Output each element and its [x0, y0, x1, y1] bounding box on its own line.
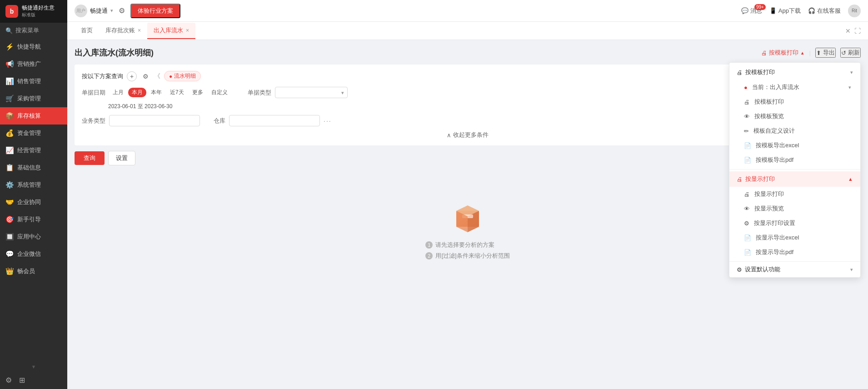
- sidebar-item-weixin[interactable]: 💬 企业微信: [0, 245, 67, 263]
- collapse-more-btn[interactable]: ∧ 收起更多条件: [447, 131, 489, 139]
- system-icon: ⚙️: [5, 181, 14, 189]
- display-print-icon: 🖨: [744, 191, 750, 198]
- collapse-up-icon: ∧: [447, 132, 451, 139]
- sidebar-logo: b 畅捷通好生意 标准版: [0, 0, 67, 23]
- printer-icon: 🖨: [761, 50, 767, 56]
- dropdown-template-print[interactable]: 🖨 按模板打印: [729, 95, 860, 109]
- refresh-btn[interactable]: ↺ 刷新: [840, 48, 861, 58]
- page-header: 出入库流水(流水明细) 🖨 按模板打印 ▲ | ⬆ 导出 ↺ 刷新: [75, 47, 861, 58]
- dropdown-display-preview[interactable]: 👁 按显示预览: [729, 201, 860, 216]
- dropdown-template-custom[interactable]: ✏ 模板自定义设计: [729, 124, 860, 138]
- sidebar-item-operations[interactable]: 📈 经营管理: [0, 142, 67, 159]
- empty-tips: 1 请先选择要分析的方案 2 用[过滤]条件来缩小分析范围: [425, 241, 509, 263]
- empty-tip-2: 2 用[过滤]条件来缩小分析范围: [425, 252, 509, 260]
- dropdown-display-settings[interactable]: ⚙ 按显示打印设置: [729, 216, 860, 230]
- basic-icon: 📋: [5, 164, 14, 172]
- sidebar-search[interactable]: 🔍 搜索菜单: [0, 23, 67, 38]
- sidebar-item-corp[interactable]: 🤝 企业协同: [0, 194, 67, 211]
- sidebar-item-marketing[interactable]: 📢 营销推广: [0, 55, 67, 73]
- filter-warehouse-field: 仓库 ···: [214, 115, 332, 126]
- date-tab-year[interactable]: 本年: [147, 88, 165, 97]
- sidebar-item-member[interactable]: 👑 畅会员: [0, 263, 67, 280]
- date-tab-prev-month[interactable]: 上月: [109, 88, 127, 97]
- refresh-icon: ↺: [841, 50, 846, 56]
- sidebar-item-system[interactable]: ⚙️ 系统管理: [0, 176, 67, 194]
- user-avatar: Rit: [848, 5, 861, 17]
- date-tab-7days[interactable]: 近7天: [166, 88, 188, 97]
- sidebar-item-sales[interactable]: 📊 销售管理: [0, 73, 67, 90]
- tab-inventory-flow[interactable]: 出入库流水 ×: [147, 23, 195, 39]
- dropdown-template-preview[interactable]: 👁 按模板预览: [729, 109, 860, 124]
- tab-home[interactable]: 首页: [75, 23, 99, 39]
- weixin-icon: 💬: [5, 250, 14, 258]
- date-tab-custom[interactable]: 自定义: [208, 88, 231, 97]
- sidebar-item-apps[interactable]: 🔲 应用中心: [0, 228, 67, 245]
- guide-icon: 🎯: [5, 215, 14, 224]
- filter-order-type-field: 单据类型 ▾: [248, 87, 345, 98]
- topbar-gear-icon[interactable]: ⚙: [119, 6, 125, 15]
- filter-badge[interactable]: ● 流水明细: [164, 71, 201, 81]
- sidebar-item-guide[interactable]: 🎯 新手引导: [0, 211, 67, 228]
- filter-section-label: 按以下方案查询: [82, 72, 123, 80]
- business-type-select[interactable]: [109, 115, 200, 126]
- window-controls: ✕ ⛶: [845, 27, 861, 35]
- dropdown-template-pdf[interactable]: 📄 按模板导出pdf: [729, 153, 860, 167]
- excel-icon: 📄: [744, 142, 751, 149]
- warehouse-input[interactable]: [229, 115, 320, 126]
- template-print-chevron: ▲: [800, 50, 805, 55]
- topbar: 用户 畅捷通 ▾ ⚙ 体验行业方案 💬 消息 99+ 📱 App下载 🎧 在线客…: [67, 0, 868, 22]
- sidebar-item-basic[interactable]: 📋 基础信息: [0, 159, 67, 176]
- dropdown-current-template[interactable]: ● 当前：出入库流水 ▾: [729, 80, 860, 95]
- sidebar-item-finance[interactable]: 💰 资金管理: [0, 125, 67, 142]
- user-avatar-btn[interactable]: Rit: [848, 5, 861, 17]
- business-type-label: 业务类型: [82, 117, 105, 125]
- online-service-btn[interactable]: 🎧 在线客服: [808, 7, 841, 15]
- dropdown-display-pdf[interactable]: 📄 按显示导出pdf: [729, 245, 860, 259]
- purchase-icon: 🛒: [5, 95, 14, 103]
- warehouse-more-btn[interactable]: ···: [324, 117, 332, 125]
- query-btn[interactable]: 查询: [75, 151, 105, 165]
- dropdown-default-header[interactable]: ⚙ 设置默认功能 ▾: [729, 262, 860, 277]
- date-tab-more[interactable]: 更多: [189, 88, 207, 97]
- sidebar-scroll-indicator[interactable]: ▼: [0, 362, 67, 371]
- window-maximize-btn[interactable]: ⛶: [854, 27, 861, 35]
- dropdown-template-excel[interactable]: 📄 按模板导出excel: [729, 138, 860, 153]
- dropdown-default-section: ⚙ 设置默认功能 ▾: [729, 262, 860, 277]
- page-actions: 🖨 按模板打印 ▲ | ⬆ 导出 ↺ 刷新: [761, 48, 861, 58]
- sidebar-item-quick[interactable]: ⚡ 快捷导航: [0, 38, 67, 55]
- export-btn[interactable]: ⬆ 导出: [815, 48, 836, 58]
- settings-btn[interactable]: 设置: [108, 151, 135, 165]
- template-preview-icon: 👁: [744, 113, 750, 120]
- tab-close-inventory-flow[interactable]: ×: [186, 27, 189, 34]
- message-btn[interactable]: 💬 消息 99+: [741, 7, 762, 15]
- user-dropdown-icon[interactable]: ▾: [110, 8, 113, 14]
- empty-tip-1: 1 请先选择要分析的方案: [425, 241, 509, 249]
- tab-inventory-batch[interactable]: 库存批次账 ×: [99, 23, 147, 39]
- filter-business-field: 业务类型 ▾: [82, 115, 197, 126]
- filter-collapse-btn[interactable]: 《: [154, 72, 160, 80]
- date-tabs: 上月 本月 本年 近7天 更多 自定义: [109, 88, 231, 97]
- sidebar-settings-icon[interactable]: ⚙: [5, 376, 12, 384]
- empty-icon: [449, 197, 486, 234]
- date-tab-current-month[interactable]: 本月: [128, 88, 146, 97]
- export-icon: ⬆: [816, 50, 821, 56]
- topbar-right: 💬 消息 99+ 📱 App下载 🎧 在线客服 Rit: [741, 5, 861, 17]
- dropdown-display-header[interactable]: 🖨 按显示打印 ▲: [729, 171, 860, 187]
- dropdown-template-header[interactable]: 🖨 按模板打印 ▾: [729, 65, 860, 80]
- window-close-btn[interactable]: ✕: [845, 27, 851, 35]
- sidebar: b 畅捷通好生意 标准版 🔍 搜索菜单 ⚡ 快捷导航 📢 营销推广 📊 销售管理…: [0, 0, 67, 389]
- template-print-btn[interactable]: 🖨 按模板打印 ▲: [761, 49, 805, 57]
- dropdown-display-excel[interactable]: 📄 按显示导出excel: [729, 230, 860, 245]
- dropdown-display-print[interactable]: 🖨 按显示打印: [729, 187, 860, 201]
- filter-add-btn[interactable]: +: [127, 71, 137, 81]
- sidebar-item-inventory[interactable]: 📦 库存核算: [0, 107, 67, 125]
- filter-settings-btn[interactable]: ⚙: [140, 71, 150, 81]
- sidebar-collapse-icon[interactable]: ⊞: [19, 376, 25, 384]
- app-download-btn[interactable]: 📱 App下载: [769, 7, 801, 15]
- page-body: 出入库流水(流水明细) 🖨 按模板打印 ▲ | ⬆ 导出 ↺ 刷新: [67, 40, 868, 389]
- avatar: 用户: [75, 5, 87, 17]
- tab-close-inventory-batch[interactable]: ×: [138, 27, 141, 34]
- order-type-select[interactable]: [275, 87, 348, 98]
- sidebar-item-purchase[interactable]: 🛒 采购管理: [0, 90, 67, 107]
- trial-btn[interactable]: 体验行业方案: [130, 4, 180, 18]
